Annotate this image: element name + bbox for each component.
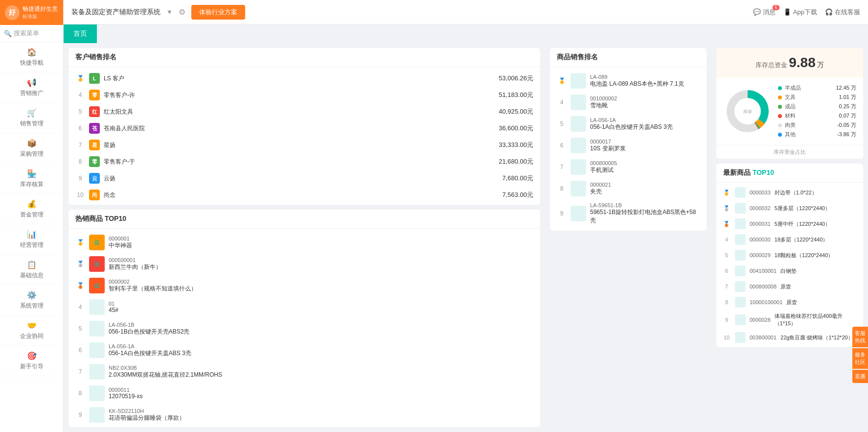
legend-item: 肉类 -0.05 万 (778, 121, 856, 129)
legend-item: 半成品 12.45 万 (778, 84, 856, 92)
hot-product-item: 🥉 🖼 0000002 智利车子里（规格不知道填什么） (69, 275, 540, 296)
sale-product-image (571, 73, 586, 89)
sidebar-item-快捷导航[interactable]: 🏠快捷导航 (0, 42, 63, 72)
sidebar-item-基础信息[interactable]: 📋基础信息 (0, 255, 63, 285)
sidebar-item-新手引导[interactable]: 🎯新手引导 (0, 346, 63, 376)
product-code: NB2.0X30B (109, 365, 533, 371)
legend-value: 0.25 万 (839, 103, 856, 110)
latest-product-image (735, 265, 746, 276)
rank-badge: L (89, 73, 100, 84)
logo-icon: 好 (5, 5, 20, 20)
sidebar-item-采购管理[interactable]: 📦采购管理 (0, 133, 63, 164)
nav-label: 资金管理 (20, 211, 44, 219)
rank-name: LS 客户 (104, 74, 495, 83)
product-info: LA-056-1A 056-1A白色按键开关盖ABS 3壳 (109, 343, 533, 358)
sidebar-search[interactable]: 🔍 搜索菜单 (0, 25, 63, 42)
latest-product-code: 004100001 (750, 268, 777, 274)
rank-number: 7 (75, 142, 85, 148)
product-code: LA-056-1A (109, 343, 533, 349)
sale-product-name: 056-1A白色按键开关盖ABS 3壳 (590, 123, 700, 131)
latest-rank: 🥇 (722, 190, 731, 196)
app-download-item[interactable]: 📱 App下载 (783, 8, 817, 17)
sidebar-item-经营管理[interactable]: 📊经营管理 (0, 224, 63, 255)
product-name: 中华神器 (109, 241, 533, 250)
middle-panel: 商品销售排名 🥇 LA-089 电池盖 LA-089 ABS本色+黑种 7.1克… (545, 43, 711, 432)
legend-item: 材料 0.07 万 (778, 112, 856, 120)
sale-rank-item: 7 000800005 手机测试 (550, 156, 707, 178)
settings-icon[interactable]: ⚙ (179, 7, 185, 17)
hot-product-item: 6 LA-056-1A 056-1A白色按键开关盖ABS 3壳 (69, 339, 540, 361)
message-icon: 💬 (753, 8, 761, 16)
rank-name: 尚念 (104, 191, 498, 199)
sidebar-logo: 好 畅捷通好生意 标准版 (0, 0, 63, 25)
product-rank: 🥇 (75, 239, 85, 246)
sale-product-name: 手机测试 (590, 166, 700, 174)
sale-product-image (571, 116, 586, 132)
rank-name: 云扬 (104, 174, 498, 183)
latest-product-item: 🥈 0000032 5厘多层（1220*2440） (716, 200, 863, 216)
float-button[interactable]: 服务社区 (852, 348, 868, 369)
sidebar-item-销售管理[interactable]: 🛒销售管理 (0, 103, 63, 133)
latest-rank: 6 (722, 268, 731, 274)
legend-dot (778, 96, 782, 99)
online-service-item[interactable]: 🎧 在线客服 (825, 8, 860, 17)
latest-product-name: 22g鱼豆腐·烧烤味（1*12*20） (780, 334, 857, 341)
nav-label: 系统管理 (20, 302, 44, 310)
hot-product-item: 5 LA-056-1B 056-1B白色按键开关壳ABS2壳 (69, 318, 540, 339)
product-image: 🖼 (89, 235, 105, 250)
product-name: 智利车子里（规格不知道填什么） (109, 285, 533, 293)
sale-product-info: LA-089 电池盖 LA-089 ABS本色+黑种 7.1克 (590, 74, 700, 88)
latest-rank: 5 (722, 252, 731, 258)
latest-rank: 🥈 (722, 205, 731, 212)
legend-name: 其他 (785, 131, 834, 138)
sidebar-item-库存核算[interactable]: 🏪库存核算 (0, 164, 63, 194)
sidebar-item-系统管理[interactable]: ⚙️系统管理 (0, 285, 63, 315)
legend-item: 成品 0.25 万 (778, 103, 856, 110)
donut-chart-svg: 库存 (723, 87, 772, 136)
product-name: 2.0X30MM双搓花轴,搓花直径2.1MM/ROHS (109, 371, 533, 379)
latest-rank: 10 (722, 335, 731, 340)
latest-product-code: 003800001 (750, 335, 777, 340)
message-badge-item[interactable]: 💬 消息 6 (753, 8, 776, 17)
rank-name: 星扬 (104, 141, 495, 149)
hot-product-item: 7 NB2.0X30B 2.0X30MM双搓花轴,搓花直径2.1MM/ROHS (69, 361, 540, 383)
stock-total-label: 库存总资金 (755, 61, 787, 69)
rank-amount: 53,006.26元 (499, 74, 533, 83)
trial-button[interactable]: 体验行业方案 (191, 5, 245, 20)
sale-product-info: 0000021 夹壳 (590, 182, 700, 196)
rank-name: 苍南县人民医院 (104, 124, 495, 133)
float-button[interactable]: 客服热线 (852, 327, 868, 347)
tabbar: 首页 (64, 24, 868, 43)
nav-label: 销售管理 (20, 120, 44, 128)
latest-products-header: 最新商品 TOP10 (716, 164, 863, 183)
sale-product-code: 0000021 (590, 182, 700, 188)
rank-number: 🥇 (75, 75, 85, 82)
product-code: KK-SD22110H (109, 408, 533, 414)
product-rank: 🥉 (75, 282, 85, 289)
latest-product-code: 0000028 (750, 317, 771, 323)
float-button[interactable]: 直播 (852, 370, 868, 383)
sidebar-item-资金管理[interactable]: 💰资金管理 (0, 194, 63, 224)
sidebar-item-企业协同[interactable]: 🤝企业协同 (0, 315, 63, 346)
latest-product-image (735, 332, 746, 343)
product-code: 0000002 (109, 279, 533, 285)
product-rank: 5 (75, 325, 85, 332)
tab-home[interactable]: 首页 (64, 24, 97, 43)
sale-product-code: LA-056-1A (590, 117, 700, 123)
sale-rank-number: 9 (557, 210, 567, 217)
latest-product-image (735, 314, 746, 325)
rank-name: 零售客户-许 (104, 91, 495, 99)
sale-product-image (571, 95, 586, 110)
rank-number: 6 (75, 125, 85, 132)
rank-amount: 51,183.00元 (499, 91, 533, 99)
svg-text:库存: 库存 (743, 109, 752, 114)
latest-products-card: 最新商品 TOP10 🥇 0000033 封边带（1.0*22） 🥈 00000… (716, 164, 863, 347)
rank-badge: 零 (89, 156, 100, 167)
product-info: 01 45# (109, 301, 533, 313)
latest-product-item: 9 0000028 体瑞嘉枪味苏打饮品400毫升（1*15） (716, 310, 863, 330)
product-name: 45# (109, 307, 533, 313)
dropdown-icon[interactable]: ▼ (166, 8, 173, 16)
sidebar-item-营销推广[interactable]: 📢营销推广 (0, 72, 63, 103)
nav-label: 基础信息 (20, 271, 44, 280)
sale-product-info: 001000002 雪地靴 (590, 96, 700, 110)
